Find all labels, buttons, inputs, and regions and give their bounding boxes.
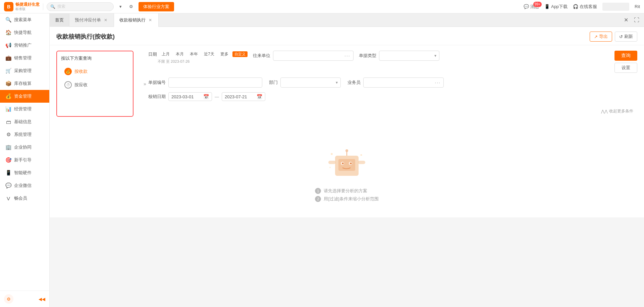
staff-dots-icon: ··· (435, 80, 441, 85)
message-item[interactable]: 💬 消息 99+ (524, 4, 539, 10)
export-button[interactable]: ↗ 导出 (590, 32, 612, 42)
app-download-icon: 📱 (544, 4, 550, 9)
sidebar-item-inventory[interactable]: 📦 库存核算 (0, 77, 49, 90)
sidebar-item-purchase[interactable]: 🛒 采购管理 (0, 64, 49, 77)
sidebar-label-purchase: 采购管理 (14, 68, 32, 74)
sidebar-item-quick-nav[interactable]: 🏠 快捷导航 (0, 26, 49, 39)
tab-prepay[interactable]: 预付冲应付单 ✕ (69, 13, 114, 27)
filter-option-by-receivable[interactable]: ⏱ 按应收 (61, 79, 129, 91)
user-avatar[interactable] (602, 3, 629, 11)
sidebar-item-finance[interactable]: 💰 资金管理 (0, 90, 49, 103)
export-label: 导出 (599, 34, 608, 40)
sidebar-item-marketing[interactable]: 📢 营销推广 (0, 39, 49, 52)
tab-prepay-close-icon[interactable]: ✕ (103, 17, 108, 23)
counterparty-input[interactable]: ··· (273, 51, 354, 61)
date-more[interactable]: 更多 (218, 51, 230, 58)
svg-rect-9 (358, 161, 365, 164)
tab-receipt-writeoff[interactable]: 收款核销执行 ✕ (114, 13, 159, 27)
svg-rect-8 (328, 161, 336, 164)
sidebar-item-smart-hw[interactable]: 📱 智能硬件 (0, 166, 49, 179)
sidebar-item-system[interactable]: ⚙ 系统管理 (0, 128, 49, 141)
search-menu-icon: 🔍 (5, 17, 11, 23)
app-download-item[interactable]: 📱 App下载 (544, 4, 568, 10)
sidebar-item-search-menu[interactable]: 🔍 搜索菜单 (0, 13, 49, 26)
doc-no-input[interactable] (168, 78, 262, 88)
writeoff-date-start-input[interactable]: 2023-03-01 📅 (168, 92, 212, 101)
sidebar-item-sales[interactable]: 💼 销售管理 (0, 52, 49, 64)
writeoff-date-start-calendar-icon[interactable]: 📅 (203, 94, 209, 99)
tab-prepay-label: 预付冲应付单 (75, 17, 101, 23)
date-last-month[interactable]: 上月 (160, 51, 172, 58)
hint-text-2: 用[过滤]条件来缩小分析范围 (324, 196, 378, 202)
filter-row-writeoff-date: 核销日期 2023-03-01 📅 — 2023-07-21 📅 (148, 92, 637, 101)
sidebar-item-basic-info[interactable]: 🗃 基础信息 (0, 115, 49, 128)
logo-sub: 标准版 (15, 7, 40, 11)
filter-row-docno: 单据编号 部门 ▾ 业务员 (148, 78, 637, 88)
sales-icon: 💼 (5, 55, 11, 61)
tab-close-all-button[interactable]: ✕ (621, 15, 631, 25)
sidebar-nav: 🔍 搜索菜单 🏠 快捷导航 📢 营销推广 💼 销售管理 🛒 采购管理 📦 (0, 13, 49, 291)
search-icon: 🔍 (50, 4, 55, 9)
svg-point-12 (329, 167, 331, 168)
filter-right-form: 日期 上月 本月 本年 近7天 更多 自定义 (148, 51, 637, 117)
topbar-search[interactable]: 🔍 搜索 (47, 2, 114, 11)
filter-collapse-toggle[interactable]: » (142, 51, 148, 117)
topbar-gear-icon[interactable]: ⚙ (127, 3, 135, 11)
svg-point-10 (331, 153, 333, 155)
settings-button[interactable]: 设置 (614, 63, 637, 73)
sidebar-settings-button[interactable]: ⚙ (4, 294, 13, 304)
sidebar-collapse-button[interactable]: ◀◀ (39, 297, 45, 302)
sidebar-item-wechat[interactable]: 💬 企业微信 (0, 179, 49, 192)
empty-illustration (325, 142, 369, 183)
sidebar-item-enterprise[interactable]: 🏢 企业协同 (0, 141, 49, 154)
writeoff-date-end-calendar-icon[interactable]: 📅 (257, 94, 262, 99)
doc-type-chevron-icon: ▾ (434, 53, 436, 58)
date-no-limit: 不限 至 2023-07-26 (158, 59, 248, 64)
date-custom-badge[interactable]: 自定义 (232, 51, 248, 57)
dept-select[interactable]: ▾ (280, 78, 341, 88)
tab-receipt-writeoff-label: 收款核销执行 (119, 17, 146, 23)
sidebar-label-guide: 新手引导 (14, 157, 32, 163)
receivable-option-icon: ⏱ (64, 81, 72, 89)
tab-home[interactable]: 首页 (50, 13, 69, 27)
date-this-month[interactable]: 本月 (174, 51, 186, 58)
tabbar-actions: ✕ ⛶ (621, 15, 644, 25)
hint-num-2: 2 (315, 196, 321, 202)
doc-no-label: 单据编号 (148, 80, 166, 86)
solution-button[interactable]: 体验行业方案 (139, 2, 174, 11)
online-service-label: 在线客服 (580, 4, 597, 10)
filter-field-writeoff-date: 核销日期 2023-03-01 📅 — 2023-07-21 📅 (148, 92, 265, 101)
sidebar-label-enterprise: 企业协同 (14, 144, 32, 150)
sidebar-label-smart-hw: 智能硬件 (14, 170, 32, 176)
empty-hint: 1 请先选择要分析的方案 2 用[过滤]条件来缩小分析范围 (315, 188, 378, 204)
app-logo: B 畅捷通好生意 标准版 (4, 2, 40, 11)
collapse-more-icon: ⋀⋀ (601, 109, 608, 114)
doc-type-label: 单据类型 (359, 53, 376, 59)
topbar: B 畅捷通好生意 标准版 🔍 搜索 ▾ ⚙ 体验行业方案 💬 消息 99+ 📱 … (0, 0, 644, 13)
sidebar-item-member[interactable]: V 畅会员 (0, 192, 49, 205)
guide-icon: 🎯 (5, 157, 11, 163)
sidebar-item-guide[interactable]: 🎯 新手引导 (0, 154, 49, 166)
refresh-button[interactable]: ↺ 刷新 (615, 32, 637, 42)
staff-input[interactable]: ··· (363, 78, 444, 88)
query-button[interactable]: 查询 (614, 51, 637, 61)
filter-option-by-receipt[interactable]: 💰 按收款 (61, 65, 129, 78)
sidebar-label-quick-nav: 快捷导航 (14, 30, 32, 36)
collapse-more-button[interactable]: ⋀⋀ 收起更多条件 (597, 107, 637, 115)
svg-point-4 (342, 163, 344, 164)
sidebar-label-search-menu: 搜索菜单 (14, 17, 32, 23)
date-7days[interactable]: 近7天 (202, 51, 216, 58)
online-service-item[interactable]: 🎧 在线客服 (573, 4, 597, 10)
tab-receipt-writeoff-close-icon[interactable]: ✕ (148, 17, 153, 23)
date-this-year[interactable]: 本年 (188, 51, 200, 58)
logo-text: 畅捷通好生意 标准版 (15, 2, 40, 11)
writeoff-date-end-input[interactable]: 2023-07-21 📅 (222, 92, 265, 101)
counterparty-label: 往来单位 (253, 53, 270, 59)
sidebar-item-business[interactable]: 📊 经营管理 (0, 103, 49, 115)
sidebar-bottom: ⚙ ◀◀ (0, 291, 49, 307)
topbar-dropdown-icon[interactable]: ▾ (117, 3, 124, 10)
sidebar-label-system: 系统管理 (14, 132, 32, 138)
marketing-icon: 📢 (5, 42, 11, 48)
tab-expand-button[interactable]: ⛶ (632, 15, 641, 25)
doc-type-select[interactable]: ▾ (379, 51, 439, 61)
